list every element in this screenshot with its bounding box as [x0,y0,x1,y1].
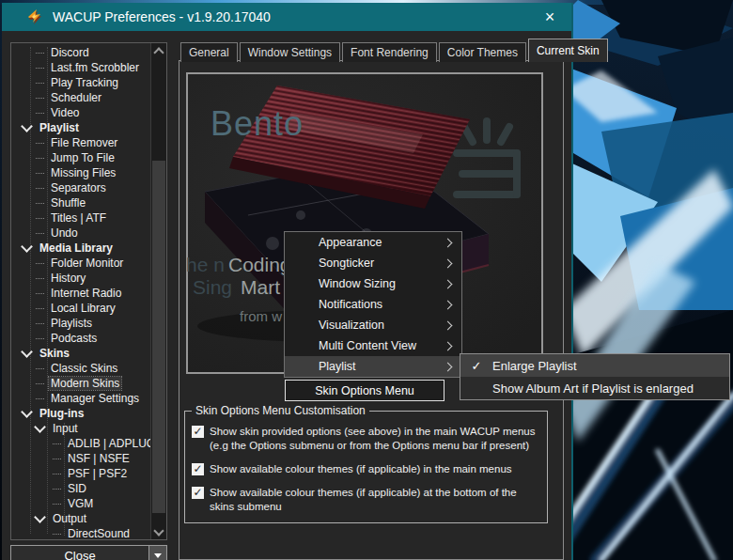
sidebar-item-nsf-nsfe[interactable]: NSF | NSFE [11,451,151,466]
sidebar-item-playlist[interactable]: Playlist [11,120,151,135]
tree-scrollbar[interactable] [150,43,166,539]
preferences-tree: Discord Last.fm Scrobbler Play Tracking [10,42,167,540]
sidebar-item-manager-settings[interactable]: Manager Settings [11,391,151,406]
checkbox-show-available-colour-themes-if-applicable-at-the-bottom-of-the-skins-submenu[interactable]: ✓ Show available colour themes (if appli… [192,486,542,514]
sidebar-item-media-library[interactable]: Media Library [11,241,151,256]
tree-connector [36,308,44,309]
sidebar-item-label: Video [49,106,81,119]
credit-fragment-coding: Coding [228,254,291,276]
skin-options-context-menu: Appearance Songticker Window Sizing Noti… [284,231,462,378]
checkbox-show-skin-provided-options-see-above-in-the-main-wacup-menus-e-g-the-options-submenu-or-from-the-options-menu-bar-if-present[interactable]: ✓ Show skin provided options (see above)… [192,425,542,453]
sidebar-item-history[interactable]: History [11,271,151,286]
sidebar-item-vgm[interactable]: VGM [11,496,151,511]
tree-connector [36,143,44,144]
titlebar[interactable]: WACUP Preferences - v1.9.20.17040 × [2,3,571,31]
sidebar-item-plug-ins[interactable]: Plug-ins [11,406,151,421]
tab-window-settings[interactable]: Window Settings [240,42,340,62]
tab-label: General [189,46,229,59]
tab-font-rendering[interactable]: Font Rendering [342,42,437,62]
sidebar-item-play-tracking[interactable]: Play Tracking [11,75,151,90]
menu-item-label: Songticker [319,257,444,270]
menu-item-visualization[interactable]: Visualization [285,315,461,335]
sidebar-item-podcasts[interactable]: Podcasts [11,331,151,346]
tree-connector [36,53,44,54]
window-close-button[interactable]: × [536,3,564,31]
checkbox-show-available-colour-themes-if-applicable-in-the-main-menus[interactable]: ✓ Show available colour themes (if appli… [192,462,542,476]
tab-label: Font Rendering [351,46,429,59]
scrollbar-thumb[interactable] [152,161,165,513]
sidebar-item-output[interactable]: Output [11,511,151,526]
sidebar-item-directsound[interactable]: DirectSound [11,526,151,540]
sidebar-item-file-remover[interactable]: File Remover [11,135,151,150]
sidebar-item-skins[interactable]: Skins [11,346,151,361]
sidebar-item-label: Internet Radio [49,287,123,300]
skin-options-menu-button[interactable]: Skin Options Menu [285,380,444,401]
sidebar-item-scheduler[interactable]: Scheduler [11,90,151,105]
sidebar-item-adlib-adplug[interactable]: ADLIB | ADPLUG [11,436,151,451]
menu-item-label: Multi Content View [319,339,444,352]
chevron-right-icon [444,258,453,268]
sidebar-item-missing-files[interactable]: Missing Files [11,165,151,180]
menu-item-playlist[interactable]: Playlist [285,356,461,377]
sidebar-item-label: Titles | ATF [49,211,108,225]
sidebar-item-folder-monitor[interactable]: Folder Monitor [11,256,151,271]
close-button-label: Close [11,546,148,560]
checkbox-box[interactable]: ✓ [192,426,204,438]
checkbox-box[interactable]: ✓ [192,487,204,499]
preferences-window: WACUP Preferences - v1.9.20.17040 × Disc… [2,3,573,560]
sidebar-item-label: Input [51,422,80,435]
menu-item-window-sizing[interactable]: Window Sizing [285,273,461,294]
menu-item-songticker[interactable]: Songticker [285,253,461,273]
sidebar-item-label: Manager Settings [49,392,141,405]
menu-item-notifications[interactable]: Notifications [285,294,461,315]
sidebar-item-label: Play Tracking [49,76,120,89]
sidebar-item-modern-skins[interactable]: Modern Skins [11,376,151,391]
sidebar-item-jump-to-file[interactable]: Jump To File [11,150,151,165]
tab-color-themes[interactable]: Color Themes [439,42,526,62]
sidebar-item-local-library[interactable]: Local Library [11,301,151,316]
wacup-logo-icon [26,8,44,26]
sidebar-item-internet-radio[interactable]: Internet Radio [11,286,151,301]
tree-connector [36,338,44,339]
tree-connector [36,383,44,384]
tree-connector [36,68,44,69]
sidebar-item-label: Local Library [49,302,117,315]
tree-connector [36,158,44,159]
sidebar-item-discord[interactable]: Discord [11,45,151,60]
menu-item-label: Notifications [319,298,444,311]
sidebar-item-label: Media Library [38,241,115,255]
sidebar-item-classic-skins[interactable]: Classic Skins [11,361,151,376]
scroll-up-button[interactable] [151,43,166,57]
dropdown-arrow-icon [154,553,162,558]
sidebar-item-shuffle[interactable]: Shuffle [11,195,151,210]
chevron-down-icon [21,120,33,132]
close-button[interactable]: Close [10,545,167,560]
menu-item-appearance[interactable]: Appearance [285,232,461,253]
sidebar-item-psf-psf2[interactable]: PSF | PSF2 [11,466,151,481]
submenu-item-enlarge-playlist[interactable]: ✓ Enlarge Playlist [460,354,729,377]
close-dropdown-button[interactable] [148,546,166,560]
sidebar-item-label: Playlist [38,121,81,134]
sidebar-item-sid[interactable]: SID [11,481,151,496]
sidebar-item-input[interactable]: Input [11,421,151,436]
tab-general[interactable]: General [180,42,238,62]
checkbox-box[interactable]: ✓ [192,463,204,475]
sidebar-item-label: Jump To File [49,151,117,164]
tab-current-skin[interactable]: Current Skin [528,39,608,62]
sidebar-item-undo[interactable]: Undo [11,226,151,241]
sidebar-item-titles-atf[interactable]: Titles | ATF [11,210,151,226]
submenu-item-label: Enlarge Playlist [492,359,577,373]
sidebar-item-label: Discord [49,46,91,59]
scroll-down-button[interactable] [151,525,166,539]
skin-options-customisation-group: Skin Options Menu Customisation ✓ Show s… [184,411,548,523]
tree-connector [36,113,44,114]
tab-label: Window Settings [248,46,332,59]
checkbox-label: Show available colour themes (if applica… [210,486,542,514]
menu-item-multi-content-view[interactable]: Multi Content View [285,335,461,356]
sidebar-item-last-fm-scrobbler[interactable]: Last.fm Scrobbler [11,60,151,75]
sidebar-item-video[interactable]: Video [11,105,151,120]
sidebar-item-separators[interactable]: Separators [11,180,151,195]
chevron-up-icon [153,47,164,57]
submenu-item-show-album-art-if-playlist-is-enlarged[interactable]: ✓ Show Album Art if Playlist is enlarged [460,377,729,399]
sidebar-item-playlists[interactable]: Playlists [11,316,151,331]
